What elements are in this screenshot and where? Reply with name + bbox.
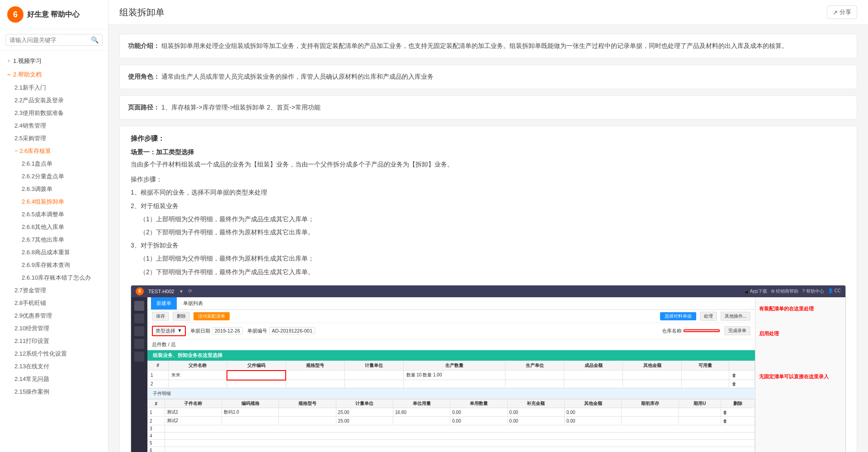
- search-area: 🔍: [0, 29, 108, 51]
- sidebar-item-purchase[interactable]: 2.5采购管理: [0, 132, 108, 145]
- sidebar-item-partial-check[interactable]: 2.6.2分量盘点单: [0, 170, 108, 183]
- sc-date-value: 2019-12-26: [212, 327, 243, 334]
- sc-dropdown-icon: ▼: [179, 289, 184, 294]
- sc-sub-label: 子件明细: [153, 390, 171, 397]
- main-content: 组装拆卸单 ↗ 分享 功能介绍： 组装拆卸单用来处理企业组装或拆卸等加工业务，支…: [108, 0, 868, 452]
- sidebar-item-print[interactable]: 2.11打印设置: [0, 335, 108, 347]
- sc-type-selector: 类型选择 ▼: [152, 326, 186, 336]
- sc-toolbar-btn-select: 选择对料单据: [660, 312, 696, 320]
- sidebar-item-inventory-check[interactable]: 2.6.1盘点单: [0, 157, 108, 170]
- sc-sub-th-usage-qty: 单用数量: [450, 400, 507, 408]
- search-input[interactable]: [9, 37, 91, 43]
- intro-label: 功能介绍：: [128, 42, 160, 49]
- sc-sub-th-init: 期初库存: [622, 400, 679, 408]
- sc-setting-icon: ⚙ 经销商帮助: [771, 288, 799, 295]
- share-button[interactable]: ↗ 分享: [827, 5, 857, 19]
- intro-text: 组装拆卸单用来处理企业组装或拆卸等加工业务，支持有固定装配清单的产品加工业务，也…: [161, 42, 788, 49]
- sidebar-item-transfer[interactable]: 2.6.3调拨单: [0, 183, 108, 195]
- logo-icon: 6: [7, 6, 24, 23]
- sc-field-date: 单据日期 2019-12-26: [190, 327, 243, 334]
- sc-sub-th-del: 删除: [721, 400, 755, 408]
- sc-th-spec: 规格型号: [286, 361, 344, 371]
- sc-sub-th-unit-usage: 单位用量: [393, 400, 450, 408]
- sc-th-other-amt: 其他金额: [623, 361, 682, 371]
- ops-title: 操作步骤：: [131, 134, 846, 143]
- sidebar-item-coupon[interactable]: 2.9优惠券管理: [0, 309, 108, 322]
- sc-sub-th-other: 其他金额: [564, 400, 621, 408]
- sidebar-item-install[interactable]: 2.2产品安装及登录: [0, 94, 108, 107]
- sidebar-item-operation[interactable]: 2.10经营管理: [0, 322, 108, 335]
- sidebar-item-customize[interactable]: 2.12系统个性化设置: [0, 347, 108, 360]
- toggle-minus-icon: −: [14, 147, 18, 154]
- sc-mini-icon4: [134, 352, 144, 362]
- sidebar-item-mobile[interactable]: 2.8手机旺铺: [0, 297, 108, 309]
- sc-toolbar-btn-orange: 活动装配清单: [193, 312, 230, 320]
- sc-toolbar-btn-delete: 删除: [173, 312, 190, 321]
- sc-th-prod-unit: 生产单位: [505, 361, 564, 371]
- sidebar-section-label: 1.视频学习: [13, 57, 42, 65]
- sc-toolbar-btn-process: 处理: [700, 312, 717, 321]
- sidebar-section-label: 2.帮助文档: [13, 71, 42, 79]
- step1: 1、根据不同的业务，选择不同单据的类型来处理: [131, 187, 846, 198]
- sc-sub-table-header: 子件明细: [147, 389, 755, 399]
- logo-text: 好生意 帮助中心: [27, 10, 80, 19]
- sc-sub-th-supp: 补充金额: [507, 400, 564, 408]
- sc-user-icon: 👤 CC: [828, 288, 841, 295]
- share-icon: ↗: [833, 9, 838, 16]
- sidebar-item-other-out[interactable]: 2.6.7其他出库单: [0, 233, 108, 246]
- sidebar-item-cases[interactable]: 2.15操作案例: [0, 385, 108, 398]
- sc-wh-input: [684, 329, 720, 332]
- sc-annotation-4: 无固定清单可以直接在这里录入: [759, 373, 842, 380]
- sidebar-item-cost-recalc[interactable]: 2.6.8商品成本重算: [0, 246, 108, 259]
- ops-steps-title: 操作步骤：: [131, 174, 846, 185]
- content-area: 功能介绍： 组装拆卸单用来处理企业组装或拆卸等加工业务，支持有固定装配清单的产品…: [108, 25, 868, 452]
- sidebar-item-faq[interactable]: 2.14常见问题: [0, 373, 108, 385]
- role-text: 通常由生产人员或库管人员完成拆装业务的操作，库管人员确认原材料的出库和产成品的入…: [161, 73, 434, 80]
- sc-th-avail: 可用量: [682, 361, 729, 371]
- sc-app-icon: 📱 App下载: [744, 288, 767, 295]
- sidebar-item-cost-adjust[interactable]: 2.6.5成本调整单: [0, 208, 108, 221]
- table-row: 1 米米 数量 10 数量 1.00: [148, 371, 755, 380]
- sc-wh-label: 仓库名称: [662, 328, 682, 334]
- toggle-plus-icon: +: [7, 58, 10, 64]
- sidebar-item-inv-ledger[interactable]: 2.6.9库存账本查询: [0, 259, 108, 271]
- sc-annotation-3: 启用处理: [759, 330, 842, 337]
- sc-th-prod-qty: 生产数量: [403, 361, 505, 371]
- sc-window-title: TEST-H002: [148, 289, 174, 294]
- sc-type-label: 类型选择: [156, 328, 175, 334]
- table-row: 6: [148, 447, 755, 452]
- sidebar-item-help-docs[interactable]: − 2.帮助文档: [0, 68, 108, 81]
- table-row: 4: [148, 433, 755, 440]
- sc-th-action: [729, 361, 755, 371]
- intro-block: 功能介绍： 组装拆卸单用来处理企业组装或拆卸等加工业务，支持有固定装配清单的产品…: [119, 34, 857, 58]
- search-icon: 🔍: [91, 36, 99, 43]
- search-box[interactable]: 🔍: [5, 34, 103, 46]
- sidebar-item-new-user[interactable]: 2.1新手入门: [0, 81, 108, 94]
- step3-1: （1）上部明细为父件明细，最终作为原材料生成其它出库单；: [131, 253, 846, 264]
- toggle-minus-icon: −: [7, 71, 10, 78]
- sidebar-item-video-learning[interactable]: + 1.视频学习: [0, 54, 108, 68]
- sc-annotation-1: 有装配清单的在这里处理: [759, 301, 842, 312]
- sidebar-item-inv-fix[interactable]: 2.6.10库存账本错了怎么办: [0, 271, 108, 284]
- screenshot: 6 TEST-H002 ▼ ⟳ 📱 App下载 ⚙ 经销商帮助 ? 帮助中心 👤…: [131, 285, 846, 452]
- sc-code-label: 单据编号: [247, 328, 267, 334]
- step3: 3、对于拆卸业务: [131, 240, 846, 251]
- share-label: 分享: [840, 8, 851, 16]
- sidebar-item-other-in[interactable]: 2.6.6其他入库单: [0, 221, 108, 233]
- sc-help-icon: ? 帮助中心: [802, 288, 824, 295]
- sc-mini-icon3: [134, 339, 144, 349]
- step2-1: （1）上部明细为父件明细，最终作为产成品生成其它入库单；: [131, 214, 846, 225]
- sidebar-item-assembly[interactable]: 2.6.4组装拆卸单: [0, 195, 108, 208]
- sidebar-item-inventory[interactable]: − 2.6库存核算: [0, 145, 108, 157]
- sidebar-item-data-prep[interactable]: 2.3使用前数据准备: [0, 107, 108, 119]
- sc-mini-home: [134, 301, 144, 311]
- sidebar-item-finance[interactable]: 2.7资金管理: [0, 284, 108, 297]
- sc-date-label: 单据日期: [190, 328, 210, 334]
- sc-order-count: 总件数 / 总: [152, 341, 176, 348]
- sidebar-item-payment[interactable]: 2.13在线支付: [0, 360, 108, 373]
- sidebar-item-sales[interactable]: 2.4销售管理: [0, 119, 108, 132]
- sc-th-parent-code: 父件编码: [227, 361, 286, 371]
- sc-toolbar-btn-save: 保存: [152, 312, 169, 321]
- path-text: 1、库存核算->库存管理->组装拆卸单 2、首页->常用功能: [161, 104, 321, 111]
- step2: 2、对于组装业务: [131, 200, 846, 212]
